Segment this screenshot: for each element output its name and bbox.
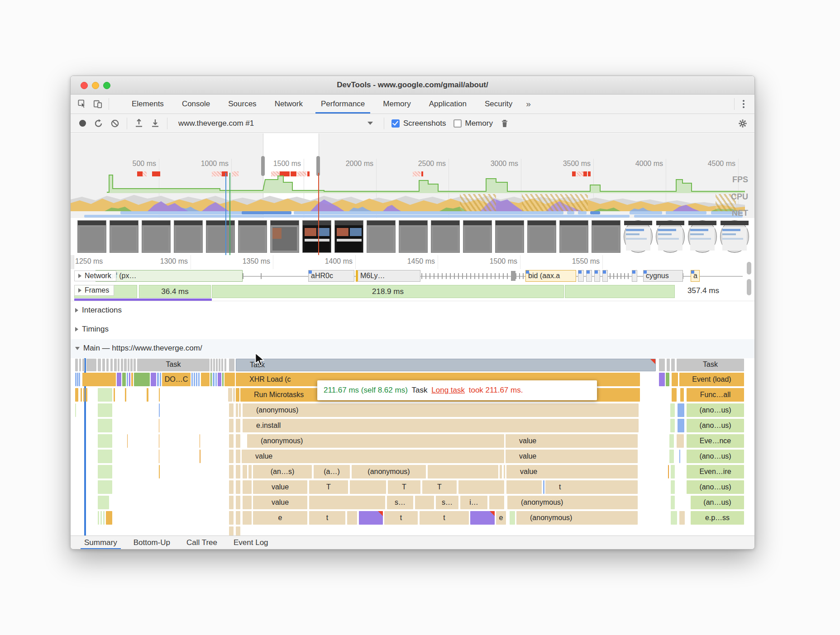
flame-bar[interactable]: [668, 465, 669, 479]
flame-bar[interactable]: [75, 373, 76, 386]
flame-bar[interactable]: [236, 496, 240, 509]
network-request-item[interactable]: M6Ly…: [356, 270, 420, 282]
flame-bar[interactable]: [229, 480, 234, 494]
filmstrip-screenshot[interactable]: [302, 220, 331, 253]
flame-bar[interactable]: [236, 465, 240, 479]
flame-bar[interactable]: Even…ire: [687, 465, 744, 479]
flame-bar[interactable]: [98, 450, 112, 463]
flame-bar[interactable]: [659, 359, 665, 371]
flame-bar[interactable]: [671, 465, 675, 479]
flame-bar[interactable]: [114, 359, 117, 371]
flame-bar[interactable]: [134, 373, 150, 386]
flame-bar[interactable]: [127, 434, 128, 448]
tab-elements[interactable]: Elements: [123, 95, 173, 114]
flame-bar[interactable]: [159, 450, 159, 463]
flame-bar[interactable]: [229, 450, 234, 463]
flame-bar[interactable]: [98, 359, 101, 371]
filmstrip-screenshot[interactable]: [110, 220, 138, 253]
flame-bar[interactable]: [669, 450, 674, 463]
flame-bar[interactable]: [160, 373, 161, 386]
flame-bar[interactable]: [229, 403, 234, 417]
flame-bar[interactable]: [75, 388, 78, 402]
garbage-collect-icon[interactable]: [500, 119, 509, 128]
flame-bar[interactable]: Func…all: [687, 388, 744, 402]
filmstrip-screenshot[interactable]: [367, 220, 396, 253]
tab-performance[interactable]: Performance: [312, 95, 374, 114]
drawer-tab-bottom-up[interactable]: Bottom-Up: [125, 536, 178, 550]
network-request-item[interactable]: xel.gif (px…: [95, 270, 243, 282]
filmstrip-screenshot[interactable]: [527, 220, 556, 253]
flame-bar[interactable]: e: [496, 511, 506, 525]
network-request-item[interactable]: aHR0c: [308, 270, 354, 282]
network-request-item[interactable]: a: [691, 270, 700, 282]
filmstrip-screenshot[interactable]: [688, 220, 717, 253]
flame-bar[interactable]: [210, 359, 212, 371]
flame-bar[interactable]: [236, 388, 239, 402]
flame-bar[interactable]: [659, 373, 665, 386]
flame-bar[interactable]: (ano…us): [687, 419, 744, 432]
long-task-link[interactable]: Long task: [431, 386, 467, 394]
flame-bar[interactable]: [679, 450, 680, 463]
frames-track[interactable]: Frames 36.4 ms218.9 ms357.4 ms: [71, 284, 754, 301]
flame-bar[interactable]: [221, 359, 223, 371]
flame-bar[interactable]: [103, 511, 105, 525]
flame-bar[interactable]: [98, 434, 112, 448]
flame-bar[interactable]: [229, 496, 234, 509]
flame-bar[interactable]: (ano…us): [687, 403, 744, 417]
tab-console[interactable]: Console: [173, 95, 219, 114]
flame-bar[interactable]: (a…): [314, 465, 350, 479]
flame-bar[interactable]: i…: [460, 496, 487, 509]
flame-bar[interactable]: [213, 373, 215, 386]
flame-bar[interactable]: [122, 373, 126, 386]
flame-bar[interactable]: [347, 511, 357, 525]
network-request-item[interactable]: [586, 270, 592, 282]
flame-bar[interactable]: [224, 373, 235, 386]
flame-bar[interactable]: [236, 450, 240, 463]
flame-bar[interactable]: [236, 403, 238, 417]
flame-bar[interactable]: [210, 373, 212, 386]
flame-bar[interactable]: [216, 359, 218, 371]
flame-bar[interactable]: [75, 403, 76, 417]
flame-bar[interactable]: e.install: [243, 419, 639, 432]
flame-bar[interactable]: T: [388, 480, 420, 494]
tab-network[interactable]: Network: [266, 95, 312, 114]
flame-bar[interactable]: [114, 388, 115, 402]
filmstrip-screenshot[interactable]: [624, 220, 653, 253]
flame-bar[interactable]: [106, 511, 112, 525]
flame-bar[interactable]: [236, 480, 240, 494]
tab-security[interactable]: Security: [476, 95, 521, 114]
flame-bar[interactable]: [233, 388, 235, 402]
flame-bar[interactable]: [243, 496, 252, 509]
flame-bar[interactable]: [100, 511, 102, 525]
flame-bar[interactable]: [218, 373, 221, 386]
screenshots-checkbox[interactable]: [391, 119, 400, 128]
flame-bar[interactable]: [350, 480, 386, 494]
clear-recording-button[interactable]: [110, 119, 119, 128]
flame-bar[interactable]: [82, 359, 85, 371]
flame-bar[interactable]: [679, 511, 685, 525]
flame-bar[interactable]: [236, 511, 240, 525]
drawer-tab-event-log[interactable]: Event Log: [225, 536, 277, 550]
flame-bar[interactable]: [415, 496, 434, 509]
flame-bar[interactable]: [680, 388, 684, 402]
flame-bar[interactable]: [79, 359, 81, 371]
network-request-item[interactable]: cygnus: [643, 270, 683, 282]
flame-bar[interactable]: [309, 496, 385, 509]
flame-bar[interactable]: [667, 359, 670, 371]
device-toolbar-icon[interactable]: [93, 100, 102, 109]
flame-bar[interactable]: Task: [137, 359, 210, 371]
memory-checkbox[interactable]: [453, 119, 462, 128]
flame-bar[interactable]: [198, 373, 200, 386]
flame-bar[interactable]: [666, 373, 669, 386]
main-track-header[interactable]: Main — https://www.theverge.com/: [71, 339, 754, 358]
flame-bar[interactable]: [671, 359, 675, 371]
network-request-item[interactable]: bid (aax.a: [525, 270, 576, 282]
filmstrip-screenshot[interactable]: [174, 220, 203, 253]
flame-bar[interactable]: [151, 373, 156, 386]
flame-bar[interactable]: [678, 419, 684, 432]
flame-bar[interactable]: [229, 419, 234, 432]
load-profile-icon[interactable]: [134, 119, 143, 128]
flame-bar[interactable]: [125, 388, 126, 402]
flame-bar[interactable]: [102, 359, 105, 371]
memory-checkbox-row[interactable]: Memory: [453, 119, 493, 128]
